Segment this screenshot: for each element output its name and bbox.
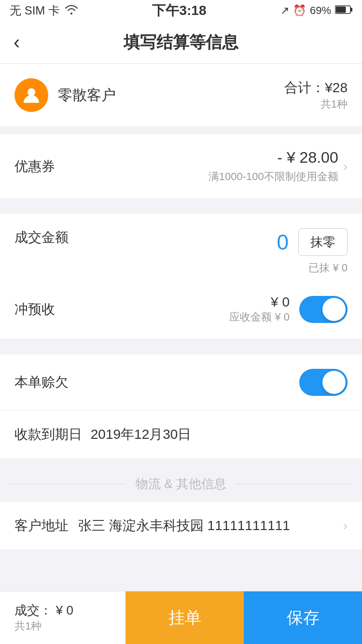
transaction-label: 成交金额 bbox=[14, 228, 69, 247]
address-value: 张三 海淀永丰科技园 11111111111 bbox=[78, 517, 338, 535]
status-left: 无 SIM 卡 bbox=[10, 3, 78, 18]
address-label: 客户地址 bbox=[14, 517, 69, 535]
avatar bbox=[14, 78, 48, 112]
prepayment-amounts: ¥ 0 应收金额 ¥ 0 bbox=[229, 294, 290, 324]
coupon-value-wrap: - ¥ 28.00 满1000-100不限制使用金额 bbox=[209, 149, 338, 184]
transaction-amount[interactable]: 0 bbox=[277, 230, 289, 254]
transaction-row: 成交金额 0 抹零 bbox=[0, 214, 362, 261]
customer-summary: 合计：¥28 共1种 bbox=[284, 79, 348, 112]
due-date-label: 收款到期日 bbox=[14, 427, 82, 442]
page-title: 填写结算等信息 bbox=[124, 31, 238, 54]
logistics-line-left bbox=[10, 484, 126, 484]
status-time: 下午3:18 bbox=[152, 1, 206, 20]
debt-label: 本单赊欠 bbox=[14, 373, 69, 392]
prepayment-right: ¥ 0 应收金额 ¥ 0 bbox=[229, 294, 348, 324]
status-bar: 无 SIM 卡 下午3:18 ↗ ⏰ 69% bbox=[0, 0, 362, 21]
hold-button[interactable]: 挂单 bbox=[125, 591, 244, 644]
nav-bar: ‹ 填写结算等信息 bbox=[0, 21, 362, 64]
svg-rect-1 bbox=[350, 8, 352, 12]
address-section[interactable]: 客户地址 张三 海淀永丰科技园 11111111111 › bbox=[0, 502, 362, 549]
bottom-info: 成交： ¥ 0 共1种 bbox=[0, 602, 125, 633]
round-zero-button[interactable]: 抹零 bbox=[298, 228, 348, 256]
coupon-label: 优惠券 bbox=[14, 157, 55, 176]
prepayment-main-amount: ¥ 0 bbox=[229, 294, 290, 310]
coupon-row[interactable]: 优惠券 - ¥ 28.00 满1000-100不限制使用金额 › bbox=[0, 134, 362, 198]
logistics-divider: 物流 & 其他信息 bbox=[0, 466, 362, 502]
status-right: ↗ ⏰ 69% bbox=[280, 4, 352, 17]
due-date-section: 收款到期日 2019年12月30日 bbox=[0, 410, 362, 458]
bottom-deal-amount: ¥ 0 bbox=[56, 603, 73, 617]
divider-1 bbox=[0, 206, 362, 214]
svg-rect-2 bbox=[335, 7, 346, 13]
due-date-value: 2019年12月30日 bbox=[91, 427, 192, 442]
logistics-text: 物流 & 其他信息 bbox=[136, 476, 226, 492]
back-button[interactable]: ‹ bbox=[14, 31, 20, 53]
logistics-line-right bbox=[236, 484, 352, 484]
wifi-icon bbox=[65, 4, 78, 17]
save-button[interactable]: 保存 bbox=[244, 591, 362, 644]
total-amount: 合计：¥28 bbox=[284, 79, 348, 97]
total-count: 共1种 bbox=[284, 97, 348, 112]
prepayment-toggle[interactable] bbox=[299, 296, 348, 323]
battery-text: 69% bbox=[310, 4, 331, 17]
already-rounded: 已抹 ¥ 0 bbox=[0, 261, 362, 285]
bottom-count: 共1种 bbox=[14, 619, 111, 633]
address-chevron-icon: › bbox=[343, 518, 348, 533]
content: 零散客户 合计：¥28 共1种 优惠券 - ¥ 28.00 满1000-100不… bbox=[0, 64, 362, 607]
transaction-section: 成交金额 0 抹零 已抹 ¥ 0 冲预收 ¥ 0 应收金额 ¥ 0 bbox=[0, 214, 362, 339]
customer-section: 零散客户 合计：¥28 共1种 bbox=[0, 64, 362, 126]
no-sim-text: 无 SIM 卡 bbox=[10, 3, 60, 18]
debt-toggle-knob bbox=[322, 371, 346, 394]
coupon-section: 优惠券 - ¥ 28.00 满1000-100不限制使用金额 › bbox=[0, 134, 362, 198]
debt-toggle[interactable] bbox=[299, 369, 348, 396]
coupon-amount: - ¥ 28.00 bbox=[277, 149, 338, 167]
customer-name: 零散客户 bbox=[58, 85, 116, 105]
debt-row: 本单赊欠 bbox=[0, 354, 362, 410]
battery-icon bbox=[335, 4, 352, 17]
svg-point-3 bbox=[28, 88, 35, 96]
divider-2 bbox=[0, 347, 362, 354]
coupon-chevron-icon: › bbox=[343, 159, 348, 174]
coupon-desc: 满1000-100不限制使用金额 bbox=[209, 169, 338, 184]
bottom-deal-row: 成交： ¥ 0 bbox=[14, 602, 111, 619]
prepayment-row: 冲预收 ¥ 0 应收金额 ¥ 0 bbox=[0, 285, 362, 339]
location-icon: ↗ bbox=[280, 4, 289, 17]
toggle-knob bbox=[322, 298, 346, 321]
prepayment-sub-amount: 应收金额 ¥ 0 bbox=[229, 310, 290, 324]
transaction-right: 0 抹零 bbox=[277, 228, 348, 256]
alarm-icon: ⏰ bbox=[293, 4, 306, 17]
customer-left: 零散客户 bbox=[14, 78, 116, 112]
bottom-bar: 成交： ¥ 0 共1种 挂单 保存 bbox=[0, 591, 362, 644]
prepayment-label: 冲预收 bbox=[14, 300, 55, 319]
debt-section: 本单赊欠 收款到期日 2019年12月30日 bbox=[0, 354, 362, 458]
bottom-deal-label: 成交： bbox=[14, 603, 52, 617]
